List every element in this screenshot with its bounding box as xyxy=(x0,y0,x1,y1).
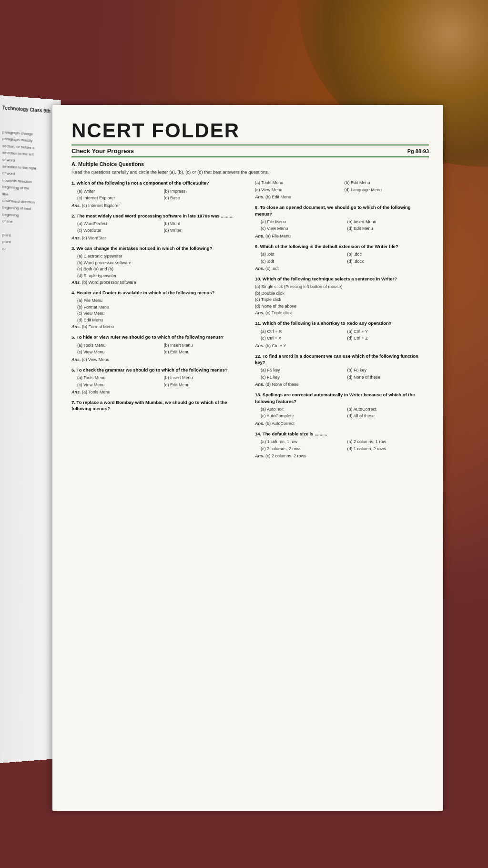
question-9-options: (a) .obt (b) .doc (c) .odt (d) .docx xyxy=(261,251,429,265)
left-column: 1. Which of the following is not a compo… xyxy=(71,180,245,463)
question-11: 11. Which of the following is a shortkey… xyxy=(255,320,429,348)
question-10-options: (a) Single click (Pressing left button o… xyxy=(255,284,429,310)
question-1: 1. Which of the following is not a compo… xyxy=(71,180,245,207)
option: (d) Ctrl + Z xyxy=(347,335,429,342)
option: (a) Ctrl + R xyxy=(261,329,343,335)
option: (a) Writer xyxy=(77,188,159,195)
option: (c) WordStar xyxy=(77,227,159,234)
question-14-options: (a) 1 column, 1 row (b) 2 columns, 1 row… xyxy=(261,439,429,452)
option: (d) Edit Menu xyxy=(164,382,246,389)
answer-11: Ans. (b) Ctrl + Y xyxy=(255,343,429,348)
option: (d) Language Menu xyxy=(345,187,429,194)
answer-2: Ans. (c) WordStar xyxy=(71,236,245,240)
answer-14: Ans. (c) 2 columns, 2 rows xyxy=(255,454,429,458)
question-14: 14. The default table size is ..........… xyxy=(255,431,429,458)
question-11-options: (a) Ctrl + R (b) Ctrl + Y (c) Ctrl + X (… xyxy=(261,329,429,342)
option: (d) Edit Menu xyxy=(347,226,429,232)
questions-container: 1. Which of the following is not a compo… xyxy=(71,180,429,463)
option: (a) Single click (Pressing left button o… xyxy=(255,284,429,290)
option: (c) View Menu xyxy=(77,310,245,317)
option: (c) Ctrl + X xyxy=(261,335,343,342)
question-2-options: (a) WordPerfect (b) Word (c) WordStar (d… xyxy=(77,221,245,234)
question-2-text: 2. The most widely used Word processing … xyxy=(71,213,245,219)
option: (c) View Menu xyxy=(255,187,340,194)
answer-13: Ans. (b) AutoCorrect xyxy=(255,421,429,426)
option: (a) .obt xyxy=(261,251,343,258)
option: (c) View Menu xyxy=(261,226,343,232)
option: (a) F5 key xyxy=(261,367,343,374)
answer-7: Ans. (b) Edit Menu xyxy=(255,195,429,199)
option: (b) Word processor software xyxy=(77,260,245,267)
q7-options-grid: (a) Tools Menu (b) Edit Menu (c) View Me… xyxy=(255,180,429,193)
question-4-text: 4. Header and Footer is available in whi… xyxy=(71,289,245,296)
question-7-text: 7. To replace a word Bombay with Mumbai,… xyxy=(71,399,245,412)
option: (d) Edit Menu xyxy=(77,317,245,324)
question-1-text: 1. Which of the following is not a compo… xyxy=(71,180,245,186)
question-10-text: 10. Which of the following technique sel… xyxy=(255,276,429,282)
option: (a) AutoText xyxy=(261,406,343,413)
question-6-text: 6. To check the grammar we should go to … xyxy=(71,367,245,373)
question-12-options: (a) F5 key (b) F8 key (c) F1 key (d) Non… xyxy=(261,367,429,381)
question-11-text: 11. Which of the following is a shortkey… xyxy=(255,320,429,326)
option: (a) Tools Menu xyxy=(255,180,340,186)
option: (b) Double click xyxy=(255,290,429,297)
question-4: 4. Header and Footer is available in whi… xyxy=(71,289,245,329)
option: (a) Tools Menu xyxy=(77,342,159,349)
section-header: Check Your Progress Pg 88-93 xyxy=(71,145,429,157)
answer-1: Ans. (c) Internet Explorer xyxy=(71,203,245,208)
option: (a) 1 column, 1 row xyxy=(261,439,343,445)
option: (c) Internet Explorer xyxy=(77,195,159,202)
option: (b) Format Menu xyxy=(77,304,245,311)
option: (b) Insert Menu xyxy=(164,342,246,349)
left-page: Technology Class 9th paragraph change pa… xyxy=(0,95,61,763)
instructions: Read the questions carefully and circle … xyxy=(71,169,429,175)
option: (b) Insert Menu xyxy=(164,375,246,382)
answer-9: Ans. (c) .odt xyxy=(255,266,429,271)
option: (c) Triple click xyxy=(255,297,429,303)
question-6: 6. To check the grammar we should go to … xyxy=(71,367,245,394)
question-5-options: (a) Tools Menu (b) Insert Menu (c) View … xyxy=(77,342,245,356)
option: (a) File Menu xyxy=(77,298,245,304)
question-8-text: 8. To close an opened document, we shoul… xyxy=(255,204,429,217)
option: (b) Ctrl + Y xyxy=(347,329,429,335)
question-13-text: 13. Spellings are corrected automaticall… xyxy=(255,392,429,404)
option: (b) 2 columns, 1 row xyxy=(347,439,429,445)
question-3-options: (a) Electronic typewriter (b) Word proce… xyxy=(77,253,245,279)
option: (a) Tools Menu xyxy=(77,375,159,382)
option: (b) .doc xyxy=(347,251,429,258)
option: (d) 1 column, 2 rows xyxy=(347,446,429,453)
page-numbers: Pg 88-93 xyxy=(407,148,429,154)
option: (b) AutoCorrect xyxy=(347,406,429,413)
option: (a) WordPerfect xyxy=(77,221,159,227)
option: (b) Insert Menu xyxy=(347,219,429,226)
option: (b) Edit Menu xyxy=(345,180,429,186)
section-title: Check Your Progress xyxy=(71,147,134,155)
option: (c) 2 columns, 2 rows xyxy=(261,446,343,453)
answer-10: Ans. (c) Triple click xyxy=(255,310,429,315)
option: (c) F1 key xyxy=(261,374,343,381)
question-14-text: 14. The default table size is .......... xyxy=(255,431,429,437)
option: (c) Both (a) and (b) xyxy=(77,266,245,273)
question-2: 2. The most widely used Word processing … xyxy=(71,213,245,240)
option: (b) Impress xyxy=(164,188,246,195)
option: (b) F8 key xyxy=(347,367,429,374)
answer-3: Ans. (b) Word processor software xyxy=(71,280,245,285)
question-7: 7. To replace a word Bombay with Mumbai,… xyxy=(71,399,245,412)
option: (b) Word xyxy=(164,221,246,227)
main-page: NCERT FOLDER Check Your Progress Pg 88-9… xyxy=(52,105,443,811)
option: (d) Writer xyxy=(164,227,246,234)
option: (d) None of the above xyxy=(255,303,429,310)
page-title: NCERT FOLDER xyxy=(71,119,429,142)
left-page-lines: paragraph change paragraph directly sect… xyxy=(2,129,58,255)
option: (d) None of these xyxy=(347,374,429,381)
option: (c) View Menu xyxy=(77,349,159,356)
right-column: (a) Tools Menu (b) Edit Menu (c) View Me… xyxy=(255,180,429,463)
answer-5: Ans. (c) View Menu xyxy=(71,357,245,362)
question-5-text: 5. To hide or view ruler we should go to… xyxy=(71,334,245,340)
answer-12: Ans. (d) None of these xyxy=(255,382,429,387)
question-13-options: (a) AutoText (b) AutoCorrect (c) AutoCom… xyxy=(261,406,429,420)
question-8-options: (a) File Menu (b) Insert Menu (c) View M… xyxy=(261,219,429,232)
option: (c) View Menu xyxy=(77,382,159,389)
option: (d) Simple typewriter xyxy=(77,273,245,279)
answer-6: Ans. (a) Tools Menu xyxy=(71,390,245,394)
